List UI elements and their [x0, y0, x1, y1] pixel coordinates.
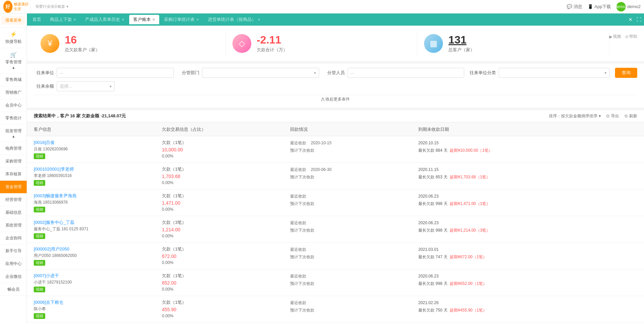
sidebar-item-system-mgmt[interactable]: 系统管理: [0, 219, 27, 232]
refresh-label: 刷新: [629, 113, 637, 119]
from-unit-input[interactable]: ···: [57, 68, 174, 78]
sidebar-item-label: 畅会员: [7, 287, 20, 292]
customer-name-link[interactable]: [0002]服务中心_丁磊: [34, 220, 75, 225]
collapse-icon: ⋀: [321, 97, 325, 101]
close-icon[interactable]: ✕: [73, 18, 76, 22]
customer-name-link[interactable]: [0006]去下粮仓: [34, 300, 63, 305]
tab-close-all-btn[interactable]: ✕: [627, 16, 634, 24]
sidebar-item-member[interactable]: 畅会员: [0, 283, 27, 296]
logo-icon: 好: [3, 1, 12, 13]
collapse-filters-btn[interactable]: ⋀ 收起更多条件: [34, 95, 637, 104]
sort-label: 排序：按欠款金额倒序排序: [549, 113, 597, 119]
sidebar-item-purchase-mgmt[interactable]: 采购管理: [0, 155, 27, 168]
sidebar-item-basic-info[interactable]: 基础信息: [0, 206, 27, 219]
sidebar-item-retail-stats[interactable]: 零售统计: [0, 112, 27, 125]
table-row: [0001020001]李老师 李老师 18600391516 现销 欠款（1笔…: [27, 163, 644, 189]
close-icon[interactable]: ✕: [152, 18, 155, 22]
tab-purchase-order[interactable]: 采购订单统计表 ✕: [160, 15, 203, 24]
balance-select[interactable]: 选择... ▾: [57, 81, 115, 91]
customer-name-link[interactable]: [000002]用户2050: [34, 246, 69, 252]
customer-name-link[interactable]: [0001020001]李老师: [34, 167, 74, 172]
tab-label: 商品上下架: [50, 17, 72, 23]
overdue-link[interactable]: 超期¥672.00（1笔）: [450, 255, 487, 259]
manager-input[interactable]: ···: [347, 68, 465, 78]
customer-name-link[interactable]: [0003]畅捷服务尹海燕: [34, 193, 77, 198]
export-label: 导出: [611, 113, 619, 119]
overdue-link[interactable]: 超期¥455.90（1笔）: [450, 308, 487, 313]
overdue-link[interactable]: 超期¥1,703.68（1笔）: [450, 175, 490, 179]
help-link[interactable]: ⊙ 帮助: [625, 34, 637, 39]
app-download-btn[interactable]: 📱 App下载: [588, 4, 611, 10]
overdue-link[interactable]: 超期¥1,471.00（1笔）: [450, 201, 490, 206]
sidebar-item-label: 企业协同: [5, 235, 22, 241]
payment-cell: 最近收款 预计下次收款: [290, 273, 418, 287]
sidebar-item-finance[interactable]: 资金管理: [0, 181, 27, 194]
tab-home[interactable]: 首页: [28, 15, 45, 24]
sidebar-item-enterprise[interactable]: 企业协同: [0, 232, 27, 245]
summary-card-total-customers: ▦ 131 总客户（家）: [417, 31, 609, 56]
debt-prefix: 欠款金额: [82, 113, 99, 118]
debt-cell: 欠款（1笔） 1,471.00 0.00%: [162, 193, 290, 212]
close-icon[interactable]: ✕: [196, 18, 199, 22]
sidebar-item-label: 资金管理: [5, 184, 22, 190]
summary-card-debt: ◇ -2.11 欠款合计（万）: [226, 31, 418, 56]
sidebar-item-inventory[interactable]: 库存核算: [0, 168, 27, 181]
search-menu-btn[interactable]: 搜索菜单: [1, 16, 25, 25]
sidebar-item-app-center[interactable]: 应用中心: [0, 258, 27, 270]
sidebar-item-marketing[interactable]: 营销推广: [0, 86, 27, 99]
filter-unit-category: 往来单位分类 ▾: [470, 68, 610, 78]
debt-cell: 欠款（1笔） 1,703.68 0.00%: [162, 166, 290, 185]
payment-cell: 最近收款 2020-06-30 预计下次收款: [290, 166, 418, 181]
debt-ratio: 0.00%: [162, 154, 290, 158]
debt-ratio: 0.00%: [162, 287, 290, 292]
customer-phone: 海燕 18513066976: [34, 200, 162, 205]
sidebar-item-new-guide[interactable]: 新手引导: [0, 245, 27, 258]
video-link[interactable]: ▶ 视频: [609, 34, 621, 39]
sidebar-item-operations[interactable]: 经营管理: [0, 194, 27, 206]
table-row: [0007]小进干 小进干 18279152100 现销 欠款（1笔） 652.…: [27, 269, 644, 296]
tab-customer-account[interactable]: 客户账本 ✕: [129, 15, 159, 24]
debt-label: 欠款（3笔）: [162, 219, 290, 226]
customer-name-link[interactable]: [0007]小进干: [34, 273, 59, 278]
refresh-btn[interactable]: ⊙ 刷新: [624, 113, 637, 119]
manager-label: 分管人员: [325, 70, 345, 76]
customer-cell: [0006]去下粮仓 陈小希 现销: [34, 299, 162, 319]
sidebar-item-retail-mgmt[interactable]: 🛒 零售管理 ▴: [0, 48, 27, 73]
overdue-link[interactable]: 超期¥652.00（1笔）: [450, 281, 487, 286]
close-icon[interactable]: ✕: [121, 18, 124, 22]
dept-select[interactable]: ▾: [202, 68, 319, 78]
message-btn[interactable]: 💬 消息: [567, 4, 582, 10]
sort-select[interactable]: 排序：按欠款金额倒序排序 ▾: [549, 113, 601, 119]
tab-label: 首页: [32, 17, 41, 23]
overdue-link[interactable]: 超期¥1,214.00（3笔）: [450, 228, 490, 233]
sidebar-item-enterprise-wechat[interactable]: 企业微信: [0, 270, 27, 283]
payment-cell: 最近收款 预计下次收款: [290, 299, 418, 314]
tab-expand-btn[interactable]: ⛶: [635, 16, 643, 24]
tab-production[interactable]: 产成品入库单历史 ✕: [81, 15, 129, 24]
sidebar-item-ecommerce[interactable]: 电商管理: [0, 142, 27, 155]
table-row: [0002]服务中心_丁磊 服务中心_丁磊 181 0125 8371 现销 欠…: [27, 216, 644, 243]
search-button[interactable]: 查询: [615, 68, 637, 78]
sidebar-item-member-center[interactable]: 会员中心: [0, 99, 27, 112]
user-profile[interactable]: demo2 demo2: [616, 2, 641, 11]
payment-cell: 最近收款 预计下次收款: [290, 219, 418, 234]
overdue-link[interactable]: 超期¥10,000.00（1笔）: [450, 148, 493, 153]
debt-label: 欠款（1笔）: [162, 273, 290, 279]
sidebar-item-label: 批发管理: [5, 128, 22, 134]
close-icon[interactable]: ✕: [257, 18, 260, 22]
tab-products[interactable]: 商品上下架 ✕: [46, 15, 80, 24]
sidebar-item-retail-mall[interactable]: 零售商城: [0, 73, 27, 86]
system-selector[interactable]: 母婴行业演示账套 ▾: [30, 4, 72, 9]
unit-category-select[interactable]: ▾: [499, 68, 610, 78]
tab-inbound-stats[interactable]: 进货单统计表（按商品） ✕: [204, 15, 264, 24]
tab-label: 客户账本: [133, 17, 151, 23]
sidebar-item-batch-mgmt[interactable]: 批发管理 ▴: [0, 125, 27, 142]
sidebar-item-label: 库存核算: [5, 171, 22, 177]
debt-amount: 672.00: [162, 254, 290, 259]
filter-area: 往来单位 ··· 分管部门 ▾: [27, 64, 644, 108]
total-customers-icon: ▦: [424, 34, 443, 53]
customer-name-link[interactable]: [0016]吕俊: [34, 140, 55, 145]
export-btn[interactable]: ⊙ 导出: [606, 113, 619, 119]
overdue-cell: 2021.03.01 最长欠款 747 天 超期¥672.00（1笔）: [418, 246, 637, 261]
sidebar-item-quick-nav[interactable]: ⚡ 快捷导航: [0, 28, 27, 48]
